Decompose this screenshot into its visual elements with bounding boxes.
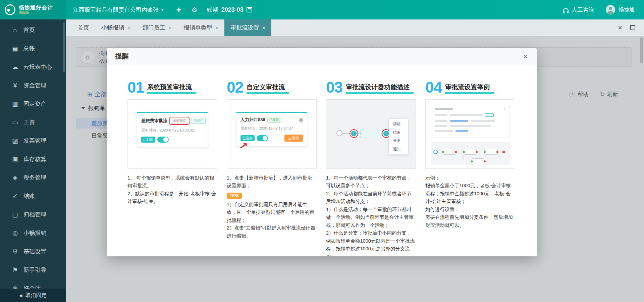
settings-icon: ⚙ [11, 248, 19, 255]
preset-tag: 系统预置 [171, 118, 188, 124]
tab-dept-staff[interactable]: 部门员工 [137, 19, 178, 36]
tab-label: 小畅报销 [101, 24, 124, 32]
section-heading: 系统预置审批流 [147, 83, 192, 94]
example-screenshot: × [425, 99, 515, 169]
period-value[interactable]: 2023-03 [221, 6, 244, 13]
tab-home[interactable]: 首页 [72, 19, 95, 36]
inventory-icon: ▣ [11, 155, 19, 163]
tab-label: 报销单类型 [184, 24, 212, 32]
sidebar-item-invoices[interactable]: ▨发票管理 [0, 132, 66, 150]
section-body: 1）自定义的审批流只有启用后才能生效，且一个单据类型只能有一个启用的审批流程； … [227, 201, 317, 240]
sidebar-item-general-ledger[interactable]: ▤总账 [0, 39, 66, 58]
app-logo: 畅捷通好会计 旗舰版 [0, 0, 66, 19]
home-icon: ⌂ [11, 27, 19, 34]
sidebar-item-label: 工资 [23, 118, 35, 126]
start-node-icon [433, 150, 438, 154]
tabbar: 首页 小畅报销 部门员工 报销单类型 审批流设置 [66, 19, 644, 36]
ledger-icon: ▤ [11, 45, 19, 52]
mock-label-bar [435, 120, 447, 122]
sidebar-item-cloud-reports[interactable]: ☁云报表中心 [0, 58, 66, 76]
menu-item-branch: 分支 [389, 137, 408, 145]
screenshot-frame: 差旅费审批流 系统预置 已启用 更新时间：2020-07-23 10:00:32… [132, 104, 213, 164]
close-icon[interactable] [127, 25, 130, 31]
section-number: 03 [326, 81, 342, 94]
tab-expense[interactable]: 小畅报销 [95, 19, 137, 36]
sidebar-item-inventory[interactable]: ▣库存核算 [0, 150, 66, 168]
designer-screenshot: 活动 结束 分支 通知 [326, 99, 416, 169]
section-example: 04 审批流设置举例 × [425, 77, 515, 256]
updated-time: 更新时间：2020-07-23 10:00:32 [141, 128, 204, 133]
section-number: 02 [227, 81, 243, 94]
settings-panel-mock: × [431, 104, 509, 138]
cloud-report-icon: ☁ [11, 63, 19, 71]
red-highlight-ring [350, 129, 358, 138]
section-body: 1、每一个活动都代表一个审核的节点，可以设置多个节点； 2、每个活动都能在当前环… [326, 174, 416, 256]
sidebar-item-label: 资金管理 [23, 82, 46, 89]
sidebar-item-funds[interactable]: ¥资金管理 [0, 76, 66, 95]
tab-approval-flow[interactable]: 审批流设置 [224, 19, 271, 36]
sidebar-item-archive[interactable]: ▢归档管理 [0, 205, 66, 224]
sidebar-item-label: 结账 [23, 192, 35, 200]
sidebar-scrollbar[interactable] [63, 22, 65, 72]
sidebar-item-label: 首页 [23, 26, 35, 34]
support-label: 人工咨询 [572, 6, 594, 14]
activity-node [361, 129, 381, 138]
close-all-icon[interactable] [618, 24, 622, 32]
company-selector[interactable]: 江西服宝精品有限责任公司内账张 ▾ [73, 6, 164, 14]
close-icon[interactable] [262, 25, 265, 31]
support-button[interactable]: 人工咨询 [563, 6, 594, 14]
mini-flow-card: 人力归口888 已复制 更新时间：2020-11-02 17:27:37 已启用… [236, 112, 307, 146]
section-preset-flow: 01 系统预置审批流 差旅费审批流 系统预置 已启用 更新时间：2020-07-… [127, 77, 217, 256]
mock-link-bar [455, 130, 468, 132]
close-icon: × [504, 107, 506, 110]
sidebar-item-label: 云报表中心 [23, 63, 52, 71]
sidebar-item-guide[interactable]: ⚑新手引导 [0, 261, 66, 279]
sidebar-item-label: 新手引导 [23, 266, 46, 274]
dialog-title: 提醒 [115, 52, 129, 61]
username[interactable]: 畅捷通 [619, 6, 635, 13]
sidebar-item-home[interactable]: ⌂首页 [0, 21, 66, 39]
menu-item-notify: 通知 [389, 145, 408, 153]
section-number: 04 [425, 81, 442, 94]
enabled-tag: 已启用 [192, 118, 206, 124]
topbar: 畅捷通好会计 旗舰版 江西服宝精品有限责任公司内账张 ▾ + ⚙ 账期 2023… [0, 0, 644, 19]
section-body: 1、 每个报销单类型，系统会有默认的报销审批流。 2、默认的审批流程是：开始-老… [127, 174, 217, 206]
chevron-down-icon: ▾ [161, 7, 164, 12]
tab-label: 首页 [78, 24, 89, 32]
logo-icon [5, 4, 15, 15]
close-icon[interactable] [216, 25, 219, 31]
tab-expense-type[interactable]: 报销单类型 [178, 19, 225, 36]
invoice-icon: ▨ [11, 137, 19, 145]
mock-label-bar [435, 125, 447, 127]
payroll-icon: ▭ [11, 118, 19, 126]
sidebar-item-fixed-assets[interactable]: ▦固定资产 [0, 95, 66, 113]
archive-icon: ▢ [11, 211, 19, 218]
sidebar-item-settings[interactable]: ⚙基础设置 [0, 242, 66, 261]
mini-card-title: 差旅费审批流 [141, 118, 167, 124]
tab-label: 审批流设置 [230, 24, 259, 32]
section-custom-flow: 02 自定义审批流 人力归口888 已复制 更新时间：2020-11-02 17… [227, 77, 317, 256]
close-icon[interactable] [169, 25, 172, 31]
mock-label-bar [435, 114, 447, 116]
sidebar-item-expense[interactable]: ◎小畅报销 [0, 224, 66, 242]
app-title: 畅捷通好会计 [19, 5, 53, 11]
section-designer: 03 审批流设计器功能描述 活动 结束 分支 通知 [326, 77, 416, 256]
add-button[interactable]: + [176, 5, 181, 14]
unpin-button[interactable]: ◀ 取消固定 [0, 289, 66, 302]
closing-icon: ✓ [11, 192, 19, 200]
sidebar-item-label: 发票管理 [23, 137, 46, 145]
avatar[interactable] [606, 5, 615, 14]
sidebar-item-payroll[interactable]: ▭工资 [0, 113, 66, 132]
calendar-icon[interactable] [247, 7, 252, 12]
mock-field-bar [450, 125, 491, 127]
close-icon[interactable] [523, 52, 528, 61]
section-body: 示例： 报销单金额小于1000元，老板-会计审核流程；报销单金额超过1000元，… [425, 174, 515, 229]
mini-card-title: 人力归口888 [240, 117, 265, 123]
sidebar-item-label: 库存核算 [23, 155, 46, 163]
menu-item-end: 结束 [389, 128, 408, 137]
gear-icon[interactable]: ⚙ [192, 6, 198, 14]
fullscreen-icon[interactable] [630, 25, 635, 30]
unpin-label: 取消固定 [25, 292, 47, 299]
sidebar-item-closing[interactable]: ✓结账 [0, 187, 66, 205]
sidebar-item-tax[interactable]: ◈税务管理 [0, 168, 66, 187]
